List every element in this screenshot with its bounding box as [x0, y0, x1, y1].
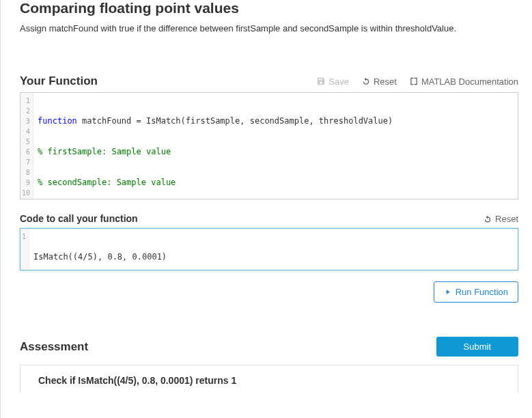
book-icon: [409, 76, 419, 86]
page-title: Comparing floating point values: [20, 0, 518, 16]
call-header: Code to call your function Reset: [20, 213, 518, 224]
assessment-item: Check if IsMatch((4/5), 0.8, 0.0001) ret…: [20, 365, 518, 393]
save-label: Save: [328, 76, 349, 87]
reset-label: Reset: [374, 76, 397, 87]
reset-icon: [483, 214, 492, 224]
reset-button[interactable]: Reset: [361, 76, 397, 87]
play-icon: [444, 288, 451, 296]
code-editor[interactable]: 1 2 3 4 5 6 7 8 9 10 function matchFound…: [20, 92, 518, 199]
call-reset-button[interactable]: Reset: [483, 214, 518, 224]
run-row: Run Function: [20, 281, 518, 303]
assessment-header: Assessment Submit: [20, 337, 518, 357]
your-function-label: Your Function: [20, 74, 98, 88]
problem-description: Assign matchFound with true if the diffe…: [20, 23, 518, 33]
editor-code[interactable]: function matchFound = IsMatch(firstSampl…: [33, 93, 518, 199]
call-toolbar: Reset: [483, 214, 518, 224]
run-function-button[interactable]: Run Function: [434, 281, 518, 303]
call-reset-label: Reset: [495, 214, 518, 224]
call-gutter: 1: [20, 229, 29, 270]
submit-button[interactable]: Submit: [436, 337, 518, 357]
your-function-header: Your Function Save Reset MATLAB Document…: [20, 74, 518, 88]
assessment-label: Assessment: [20, 340, 88, 354]
save-icon: [316, 76, 326, 86]
docs-button[interactable]: MATLAB Documentation: [409, 76, 518, 87]
call-editor-code[interactable]: IsMatch((4/5), 0.8, 0.0001): [29, 229, 518, 270]
run-label: Run Function: [456, 287, 508, 297]
call-editor[interactable]: 1 IsMatch((4/5), 0.8, 0.0001): [20, 228, 518, 270]
reset-icon: [361, 76, 371, 86]
docs-label: MATLAB Documentation: [421, 76, 518, 87]
save-button[interactable]: Save: [316, 76, 349, 87]
call-section-label: Code to call your function: [20, 213, 138, 224]
editor-toolbar: Save Reset MATLAB Documentation: [316, 76, 518, 87]
editor-gutter: 1 2 3 4 5 6 7 8 9 10: [20, 93, 33, 199]
